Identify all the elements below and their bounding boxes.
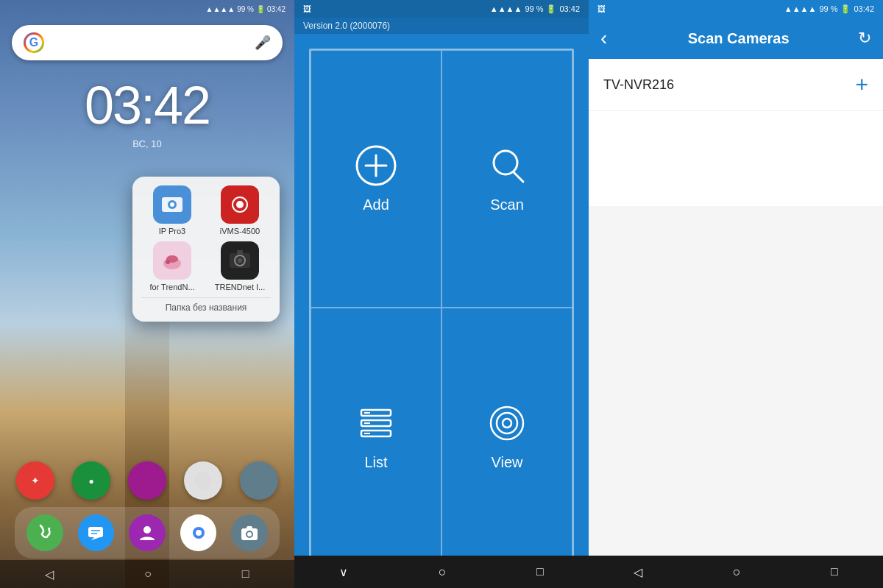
- app-main-grid: Add Scan List: [309, 49, 574, 566]
- scan-battery-icon: 🔋: [840, 4, 851, 14]
- nav-back-btn[interactable]: ◁: [45, 567, 54, 581]
- scan-refresh-button[interactable]: ↻: [858, 29, 871, 48]
- scan-signal-icon: ▲▲▲▲: [784, 4, 817, 13]
- app-nav-bar: ∨ ○ □: [294, 556, 589, 588]
- scan-nav-recents[interactable]: □: [831, 565, 838, 578]
- scan-nav-home[interactable]: ○: [733, 564, 741, 580]
- svg-point-17: [138, 472, 156, 489]
- add-icon: [354, 144, 398, 188]
- dock-contacts[interactable]: [129, 514, 166, 551]
- app-icon-1[interactable]: ✦: [16, 461, 54, 500]
- svg-point-5: [236, 201, 244, 208]
- svg-text:✦: ✦: [31, 475, 40, 486]
- app-nav-home[interactable]: ○: [439, 564, 447, 580]
- app-status-right: ▲▲▲▲ 99 % 🔋 03:42: [490, 4, 580, 14]
- svg-point-23: [143, 526, 151, 534]
- scan-label: Scan: [490, 196, 524, 213]
- folder-title: Папка без названия: [141, 297, 271, 313]
- app-battery: 99 %: [525, 4, 543, 13]
- home-date: ВС, 10: [0, 138, 294, 149]
- home-nav-bar: ◁ ○ □: [0, 560, 294, 588]
- list-label: List: [364, 454, 387, 471]
- svg-point-42: [491, 407, 523, 439]
- svg-rect-30: [247, 526, 252, 529]
- ippro3-icon: [153, 185, 191, 224]
- trendnet1-icon: [153, 241, 191, 280]
- home-clock: 03:42: [0, 75, 294, 135]
- list-icon: [354, 401, 398, 445]
- dock-camera[interactable]: [231, 514, 268, 551]
- scan-nav-back[interactable]: ◁: [634, 565, 642, 579]
- scan-cameras-screen: 🖼 ▲▲▲▲ 99 % 🔋 03:42 ‹ Scan Cameras ↻ TV-…: [589, 0, 883, 588]
- home-apps-row: ✦ ●: [0, 461, 294, 500]
- trendnet2-label: TRENDnet I...: [215, 283, 265, 291]
- add-cell[interactable]: Add: [311, 50, 442, 308]
- scan-status-left: 🖼: [597, 4, 606, 13]
- trendnet2-icon: [221, 241, 259, 280]
- app-nav-back[interactable]: ∨: [339, 565, 348, 579]
- dock-messages[interactable]: [78, 514, 115, 551]
- android-home-screen: ▲▲▲▲ 99 % 🔋 03:42 G 🎤 03:42 ВС, 10 IP Pr…: [0, 0, 294, 588]
- app-time: 03:42: [559, 4, 580, 13]
- svg-point-11: [238, 258, 242, 263]
- scan-title: Scan Cameras: [619, 30, 858, 47]
- app-icon-5[interactable]: [240, 461, 278, 500]
- home-time: 03:42: [267, 5, 286, 13]
- nav-home-btn[interactable]: ○: [144, 567, 152, 581]
- battery-icon: 🔋: [256, 5, 265, 13]
- view-cell[interactable]: View: [442, 308, 572, 565]
- svg-point-19: [250, 472, 268, 489]
- svg-line-35: [514, 172, 523, 182]
- folder-app-trendnet1[interactable]: for TrendN...: [141, 241, 203, 291]
- app-icon-2[interactable]: ●: [72, 461, 110, 500]
- dock-chrome[interactable]: [180, 514, 217, 551]
- status-bar-scan: 🖼 ▲▲▲▲ 99 % 🔋 03:42: [589, 0, 883, 18]
- trendnet1-label: for TrendN...: [149, 283, 194, 291]
- scan-time: 03:42: [854, 4, 874, 13]
- dock-phone[interactable]: [26, 514, 63, 551]
- folder-app-trendnet2[interactable]: TRENDnet I...: [209, 241, 271, 291]
- home-status-icons: ▲▲▲▲ 99 % 🔋 03:42: [206, 5, 286, 13]
- app-icon-4[interactable]: [184, 461, 222, 500]
- svg-point-34: [494, 151, 517, 174]
- battery-percent: 99 %: [237, 5, 254, 13]
- mic-icon[interactable]: 🎤: [255, 35, 271, 51]
- view-icon: [485, 401, 529, 445]
- ippro3-label: IP Pro3: [159, 227, 186, 235]
- app-nav-recents[interactable]: □: [536, 565, 544, 578]
- ivms-icon: [221, 185, 259, 224]
- svg-point-25: [196, 530, 202, 536]
- scan-cell[interactable]: Scan: [442, 50, 572, 308]
- device-add-button[interactable]: +: [855, 72, 868, 97]
- scan-nav-bar: ◁ ○ □: [589, 556, 883, 588]
- nav-recents-btn[interactable]: □: [242, 567, 249, 581]
- ivms-label: iVMS-4500: [220, 227, 260, 235]
- app-folder-popup: IP Pro3 iVMS-4500 for TrendN...: [132, 177, 280, 322]
- google-logo: G: [24, 32, 44, 53]
- status-bar-app: 🖼 ▲▲▲▲ 99 % 🔋 03:42: [294, 0, 589, 18]
- app-version-text: Version 2.0 (2000076): [303, 21, 390, 31]
- svg-text:●: ●: [88, 476, 93, 486]
- signal-icon: ▲▲▲▲: [206, 5, 235, 13]
- device-name: TV-NVR216: [603, 77, 674, 93]
- google-search-bar[interactable]: G 🎤: [12, 25, 283, 60]
- view-label: View: [492, 454, 523, 471]
- app-battery-icon: 🔋: [546, 4, 556, 14]
- svg-point-2: [170, 202, 174, 207]
- svg-point-18: [194, 472, 212, 489]
- scan-device-list: TV-NVR216 +: [589, 59, 883, 206]
- scan-device-row: TV-NVR216 +: [589, 59, 883, 111]
- app-icon-3[interactable]: [128, 461, 166, 500]
- app-version-bar: Version 2.0 (2000076): [294, 18, 589, 34]
- scan-back-button[interactable]: ‹: [600, 26, 607, 50]
- list-cell[interactable]: List: [311, 308, 442, 565]
- folder-app-ippro3[interactable]: IP Pro3: [141, 185, 203, 235]
- app-signal-icon: ▲▲▲▲: [490, 4, 522, 13]
- folder-app-ivms[interactable]: iVMS-4500: [209, 185, 271, 235]
- svg-point-29: [247, 532, 252, 536]
- app-status-left: 🖼: [303, 4, 311, 13]
- status-bar-home: ▲▲▲▲ 99 % 🔋 03:42: [0, 0, 294, 18]
- svg-point-8: [166, 260, 170, 264]
- svg-rect-12: [237, 250, 243, 254]
- scan-status-right: ▲▲▲▲ 99 % 🔋 03:42: [784, 4, 874, 14]
